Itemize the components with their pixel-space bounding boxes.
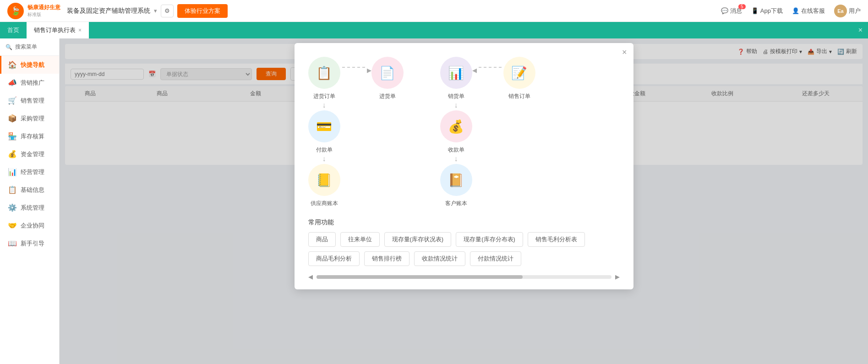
cf-btn-sales-rank[interactable]: 销售排行榜 [364, 251, 409, 266]
sales-bill-col: 📊 销货单 ↓ 💰 收款单 [440, 57, 472, 207]
scroll-right-button[interactable]: ▶ [615, 273, 620, 280]
message-icon: 💬 [721, 7, 728, 14]
tab-sales-order[interactable]: 销售订单执行表 × [27, 22, 89, 38]
receipt-bill-label: 收款单 [448, 146, 464, 154]
online-service-label: 在线客服 [801, 7, 825, 15]
logo-line2: 标准版 [27, 11, 60, 17]
tab-close-icon[interactable]: × [78, 27, 82, 33]
purchase-bill-circle[interactable]: 📄 [371, 57, 404, 89]
logo-text: 畅康通好生意 标准版 [27, 4, 60, 17]
sidebar-item-basic-info[interactable]: 📋 基础信息 [0, 181, 59, 199]
supplier-account-node[interactable]: 📒 供应商账本 [308, 164, 340, 207]
down-arrow-3: ↓ [454, 101, 458, 109]
receipt-bill-circle[interactable]: 💰 [440, 110, 472, 142]
finance-icon: 💰 [8, 150, 17, 158]
user-area[interactable]: Ea 用户 [834, 5, 861, 17]
scroll-left-button[interactable]: ◀ [308, 273, 313, 280]
popup-close-button[interactable]: × [622, 48, 627, 57]
sidebar-item-inventory[interactable]: 🏪 库存核算 [0, 127, 59, 145]
sidebar-item-purchase[interactable]: 📦 采购管理 [0, 109, 59, 127]
purchase-order-label: 进货订单 [313, 92, 335, 100]
gear-button[interactable]: ⚙ [161, 5, 174, 17]
marketing-icon: 📣 [8, 78, 17, 87]
scroll-thumb [317, 275, 523, 279]
cf-btn-stock-status[interactable]: 现存量(库存状况表) [384, 232, 452, 247]
sidebar-item-label: 销售管理 [21, 97, 44, 105]
purchase-bill-node[interactable]: 📄 进货单 [371, 57, 404, 100]
message-button[interactable]: 💬 消息 5 [721, 7, 742, 15]
sidebar-item-operations[interactable]: 📊 经营管理 [0, 163, 59, 181]
newbie-icon: 📖 [8, 239, 17, 248]
cf-btn-product[interactable]: 商品 [308, 232, 336, 247]
sales-icon: 🛒 [8, 96, 17, 105]
sidebar-item-quick-nav[interactable]: 🏠 快捷导航 [0, 56, 59, 74]
experience-button[interactable]: 体验行业方案 [177, 4, 228, 18]
content-area: ❓ 帮助 🖨 按模板打印 ▾ 📤 导出 ▾ 🔄 刷新 [60, 38, 868, 364]
sales-order-node[interactable]: 📝 销售订单 [503, 57, 535, 100]
popup-card: × 📋 进货订单 ↓ [295, 43, 633, 289]
popup-overlay: × 📋 进货订单 ↓ [60, 38, 868, 364]
cf-btn-stock-dist[interactable]: 现存量(库存分布表) [456, 232, 523, 247]
app-download-button[interactable]: 📱 App下载 [751, 7, 783, 15]
sidebar-item-marketing[interactable]: 📣 营销推广 [0, 74, 59, 92]
sidebar-item-label: 企业协同 [21, 222, 44, 230]
purchase-icon: 📦 [8, 114, 17, 123]
sidebar-item-newbie[interactable]: 📖 新手引导 [0, 234, 59, 252]
customer-account-node[interactable]: 📔 客户账本 [440, 164, 472, 207]
search-menu-button[interactable]: 🔍 搜索菜单 [0, 38, 59, 56]
receipt-bill-node[interactable]: 💰 收款单 [440, 110, 472, 154]
enterprise-icon: 🤝 [8, 221, 17, 230]
sidebar-item-label: 新手引导 [21, 239, 44, 248]
basic-info-icon: 📋 [8, 185, 17, 194]
logo-icon: 🍃 [7, 3, 24, 19]
tab-home-label: 首页 [7, 26, 19, 34]
cf-btn-receipt-stats[interactable]: 收款情况统计 [414, 251, 465, 266]
sales-order-label: 销售订单 [508, 92, 530, 100]
left-flow-col: 📋 进货订单 ↓ 💳 付款单 [308, 57, 340, 207]
sidebar-item-finance[interactable]: 💰 资金管理 [0, 145, 59, 163]
sidebar-item-system[interactable]: ⚙️ 系统管理 [0, 199, 59, 217]
scroll-track[interactable] [317, 275, 611, 279]
sidebar-item-sales[interactable]: 🛒 销售管理 [0, 92, 59, 109]
online-service-button[interactable]: 👤 在线客服 [792, 7, 825, 15]
tab-home[interactable]: 首页 [0, 22, 27, 38]
system-title-area: 装备及固定资产辅助管理系统 ▾ ⚙ 体验行业方案 [67, 4, 721, 18]
close-all-tabs-button[interactable]: × [853, 26, 868, 34]
supplier-circle[interactable]: 📒 [308, 164, 340, 196]
sales-bill-label: 销货单 [448, 92, 464, 100]
sidebar-item-label: 库存核算 [21, 132, 44, 141]
sidebar-item-label: 资金管理 [21, 150, 44, 158]
operations-icon: 📊 [8, 168, 17, 176]
purchase-order-circle[interactable]: 📋 [308, 57, 340, 89]
sidebar-item-label: 快捷导航 [21, 61, 44, 69]
system-icon: ⚙️ [8, 203, 17, 212]
app-download-label: App下载 [760, 7, 783, 15]
inventory-icon: 🏪 [8, 132, 17, 141]
sales-bill-circle[interactable]: 📊 [440, 57, 472, 89]
supplier-account-label: 供应商账本 [311, 200, 338, 207]
user-avatar: Ea [834, 5, 847, 17]
sidebar-item-label: 系统管理 [21, 204, 44, 212]
cf-btn-partner[interactable]: 往来单位 [340, 232, 380, 247]
purchase-order-node[interactable]: 📋 进货订单 [308, 57, 340, 100]
payment-bill-circle[interactable]: 💳 [308, 110, 340, 142]
sidebar-item-enterprise[interactable]: 🤝 企业协同 [0, 217, 59, 234]
arrow-left-1: ◀ [472, 57, 503, 74]
customer-account-label: 客户账本 [445, 200, 467, 207]
header-right: 💬 消息 5 📱 App下载 👤 在线客服 Ea 用户 [721, 5, 861, 17]
customer-circle[interactable]: 📔 [440, 164, 472, 196]
payment-bill-node[interactable]: 💳 付款单 [308, 110, 340, 154]
sidebar: 🔍 搜索菜单 🏠 快捷导航 📣 营销推广 🛒 销售管理 📦 采购管理 🏪 库存核… [0, 38, 60, 364]
tab-sales-order-label: 销售订单执行表 [34, 26, 76, 34]
search-menu-label: 搜索菜单 [15, 43, 37, 51]
cf-btn-product-gross[interactable]: 商品毛利分析 [308, 251, 360, 266]
dropdown-arrow-icon[interactable]: ▾ [154, 7, 157, 14]
sales-order-circle[interactable]: 📝 [503, 57, 535, 89]
cf-btn-payment-stats[interactable]: 付款情况统计 [470, 251, 521, 266]
sidebar-item-label: 采购管理 [21, 114, 44, 123]
cf-btn-sales-gross[interactable]: 销售毛利分析表 [528, 232, 585, 247]
sidebar-item-label: 经营管理 [21, 168, 44, 176]
sales-bill-node[interactable]: 📊 销货单 [440, 57, 472, 100]
payment-bill-label: 付款单 [316, 146, 333, 154]
main-layout: 🔍 搜索菜单 🏠 快捷导航 📣 营销推广 🛒 销售管理 📦 采购管理 🏪 库存核… [0, 38, 868, 364]
